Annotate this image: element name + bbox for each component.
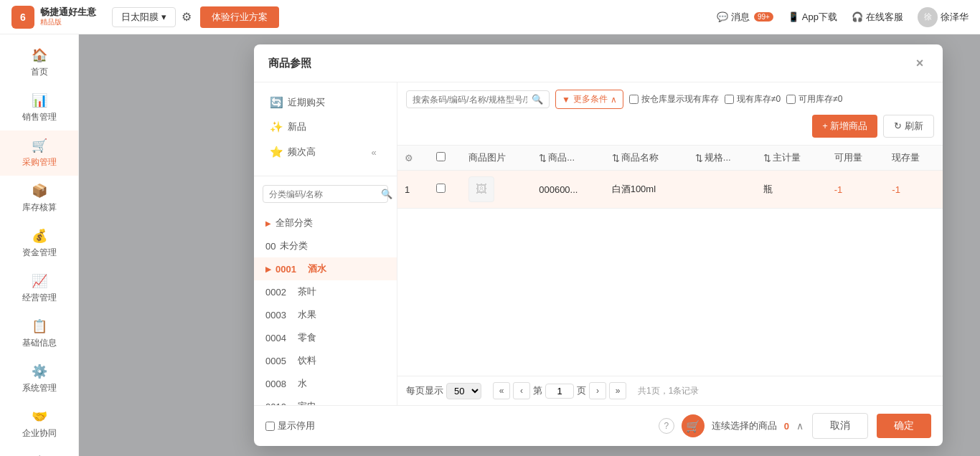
product-search-input[interactable] <box>413 95 527 105</box>
category-label: 零食 <box>298 331 316 344</box>
category-0005[interactable]: 0005 饮料 <box>254 349 397 372</box>
sidebar-item-purchase[interactable]: 🛒 采购管理 <box>0 130 78 176</box>
category-all[interactable]: ▶ 全部分类 <box>254 212 397 234</box>
sidebar-item-label: 库存核算 <box>22 201 57 214</box>
nav-service[interactable]: 🎧 在线客服 <box>852 11 903 24</box>
collapse-footer-icon[interactable]: ∧ <box>796 420 804 432</box>
category-0003[interactable]: 0003 水果 <box>254 303 397 326</box>
category-search-input[interactable] <box>269 189 377 199</box>
cell-available: -1 <box>827 171 885 209</box>
category-label: 0008 <box>265 379 286 389</box>
sort-icon: ⇅ <box>539 153 547 163</box>
gear-icon[interactable]: ⚙ <box>182 10 192 24</box>
category-label: 茶叶 <box>298 285 316 298</box>
last-page-button[interactable]: » <box>609 382 626 399</box>
stock-ne0-checkbox[interactable]: 现有库存≠0 <box>725 93 781 105</box>
prev-page-button[interactable]: ‹ <box>513 382 530 399</box>
table-header-row: ⚙ 商品图片 <box>397 146 943 171</box>
collapse-icon[interactable]: « <box>367 145 381 159</box>
quick-recent-buy[interactable]: 🔄 近期购买 <box>263 91 388 114</box>
category-label: 0002 <box>265 287 286 298</box>
sidebar-item-label: 企业协同 <box>22 427 57 440</box>
first-page-button[interactable]: « <box>493 382 510 399</box>
quick-item-label: 新品 <box>288 120 306 133</box>
sidebar-item-finance[interactable]: 💰 资金管理 <box>0 221 78 266</box>
sidebar-item-home[interactable]: 🏠 首页 <box>0 40 78 85</box>
category-arrow-icon: ▶ <box>265 265 271 273</box>
quick-item-label: 频次高 <box>288 146 316 158</box>
usable-ne0-checkbox[interactable]: 可用库存≠0 <box>786 93 842 105</box>
next-page-button[interactable]: › <box>589 382 606 399</box>
nav-right: 💬 消息 99+ 📱 App下载 🎧 在线客服 徐 徐泽华 <box>717 7 969 27</box>
category-search-icon[interactable]: 🔍 <box>381 189 392 199</box>
sidebar-item-sales[interactable]: 📊 销售管理 <box>0 85 78 130</box>
product-thumbnail: 🖼 <box>468 176 494 202</box>
refresh-button[interactable]: ↻ 刷新 <box>883 115 934 138</box>
message-badge: 99+ <box>754 12 773 22</box>
filter-icon: ▼ <box>562 95 570 105</box>
show-disabled-checkbox[interactable]: 显示停用 <box>265 419 315 432</box>
search-icon[interactable]: 🔍 <box>532 94 543 105</box>
quick-new-product[interactable]: ✨ 新品 <box>263 115 388 138</box>
cell-unit: 瓶 <box>756 171 826 209</box>
sidebar-item-inventory[interactable]: 📦 库存核算 <box>0 176 78 221</box>
table-row[interactable]: 1 🖼 000600... <box>397 171 943 209</box>
page-nav: « ‹ 第 页 › » <box>493 382 626 399</box>
category-0004[interactable]: 0004 零食 <box>254 326 397 349</box>
page-number-input[interactable] <box>545 384 574 399</box>
modal-footer: 显示停用 ? 🛒 连续选择的商品 0 ∧ 取消 确定 <box>254 405 943 446</box>
col-stock: 现存量 <box>885 146 943 171</box>
home-icon: 🏠 <box>32 47 47 63</box>
col-spec: ⇅ 规格... <box>688 146 756 171</box>
nav-message[interactable]: 💬 消息 99+ <box>717 11 773 24</box>
category-label: 未分类 <box>280 239 308 252</box>
modal-close-button[interactable]: × <box>911 54 928 72</box>
more-filter-button[interactable]: ▼ 更多条件 ∧ <box>555 90 623 109</box>
category-0001[interactable]: ▶ 0001 酒水 <box>254 257 397 280</box>
category-0010[interactable]: 0010 家电 <box>254 395 397 405</box>
sidebar-item-label: 销售管理 <box>22 111 57 123</box>
col-available: 可用量 <box>827 146 885 171</box>
select-all-checkbox[interactable] <box>436 152 446 161</box>
category-label: 0003 <box>265 310 286 320</box>
total-info: 共1页，1条记录 <box>638 385 699 397</box>
cell-index: 1 <box>397 171 429 209</box>
left-panel: 🔄 近期购买 ✨ 新品 ⭐ 频次高 « <box>254 82 397 405</box>
sidebar-item-system[interactable]: ⚙️ 系统管理 <box>0 356 78 402</box>
confirm-button[interactable]: 确定 <box>877 414 931 438</box>
sidebar-item-guide[interactable]: 🎓 新手引导 <box>0 447 78 456</box>
nav-app-download[interactable]: 📱 App下载 <box>788 11 837 24</box>
divider <box>254 176 397 176</box>
sidebar-item-basic-info[interactable]: 📋 基础信息 <box>0 311 78 356</box>
cart-button[interactable]: 🛒 <box>682 414 705 437</box>
column-settings-icon[interactable]: ⚙ <box>405 153 413 163</box>
store-selector[interactable]: 日太阳膜 ▾ <box>112 7 176 27</box>
category-arrow-icon: ▶ <box>265 219 271 227</box>
category-0002[interactable]: 0002 茶叶 <box>254 280 397 303</box>
new-product-icon: ✨ <box>270 120 283 133</box>
add-product-button[interactable]: + 新增商品 <box>812 115 877 138</box>
sidebar-item-label: 采购管理 <box>22 156 57 168</box>
trial-button[interactable]: 体验行业方案 <box>200 6 279 28</box>
category-00[interactable]: 00 未分类 <box>254 234 397 257</box>
nav-user[interactable]: 徐 徐泽华 <box>918 7 969 27</box>
sort-icon: ⇅ <box>763 153 771 163</box>
warehouse-display-checkbox[interactable]: 按仓库显示现有库存 <box>629 93 719 105</box>
modal-header: 商品参照 × <box>254 44 943 82</box>
sidebar-item-label: 系统管理 <box>22 382 57 394</box>
help-icon[interactable]: ? <box>659 418 674 434</box>
category-label: 全部分类 <box>275 217 313 229</box>
cancel-button[interactable]: 取消 <box>812 413 868 439</box>
quick-frequent[interactable]: ⭐ 频次高 « <box>263 140 388 164</box>
category-0008[interactable]: 0008 水 <box>254 372 397 395</box>
recent-buy-icon: 🔄 <box>270 96 283 109</box>
sidebar-item-collab[interactable]: 🤝 企业协同 <box>0 402 78 447</box>
sidebar-item-business[interactable]: 📈 经营管理 <box>0 266 78 311</box>
frequent-icon: ⭐ <box>270 146 283 158</box>
row-checkbox[interactable] <box>436 184 446 193</box>
cell-stock: -1 <box>885 171 943 209</box>
sort-icon: ⇅ <box>695 153 703 163</box>
page-size-dropdown[interactable]: 50 <box>446 383 481 399</box>
cell-thumbnail: 🖼 <box>461 171 532 209</box>
category-label: 家电 <box>298 400 316 405</box>
